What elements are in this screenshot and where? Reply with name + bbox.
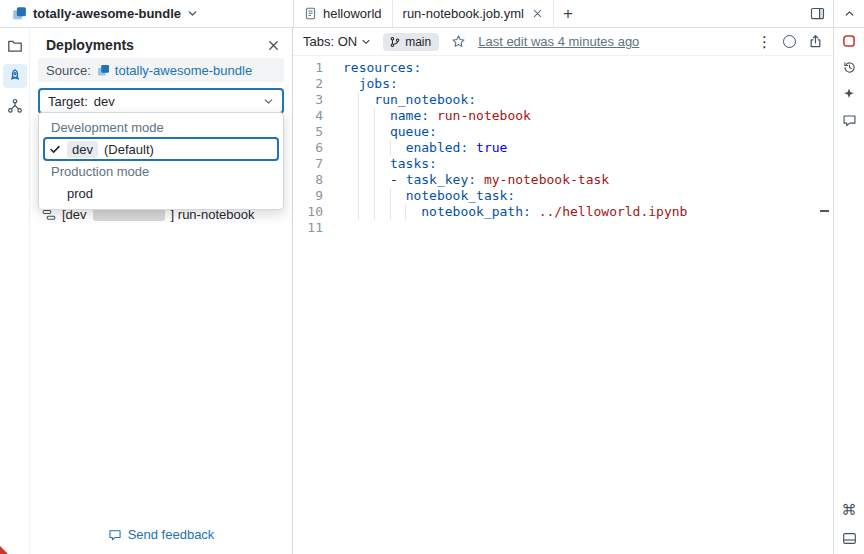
line-number: 11 xyxy=(293,220,323,236)
panel-title: Deployments xyxy=(46,37,134,53)
dropdown-group-label: Development mode xyxy=(39,117,283,137)
line-number: 8 xyxy=(293,172,323,188)
target-value: dev xyxy=(94,94,115,109)
line-number: 3 xyxy=(293,92,323,108)
feedback-bubble-icon xyxy=(108,528,122,542)
bottom-panel-icon[interactable] xyxy=(842,531,857,546)
dropdown-option-prod[interactable]: prod xyxy=(43,181,279,205)
command-palette-icon[interactable]: ⌘ xyxy=(842,501,857,519)
source-bundle-link[interactable]: totally-awesome-bundle xyxy=(97,63,252,78)
line-number: 1 xyxy=(293,60,323,76)
check-icon xyxy=(49,143,67,155)
tab-label: helloworld xyxy=(323,6,382,21)
star-icon[interactable] xyxy=(451,34,466,49)
code-content: resources: jobs: run_notebook: name: run… xyxy=(343,60,687,236)
code-line: queue: xyxy=(343,124,687,140)
last-edit-link[interactable]: Last edit was 4 minutes ago xyxy=(478,34,639,49)
tabs-toggle-button[interactable]: Tabs: ON xyxy=(303,34,371,49)
git-branch-badge[interactable]: main xyxy=(383,33,439,51)
code-line: name: run-notebook xyxy=(343,108,687,124)
dropdown-group-label: Production mode xyxy=(39,161,283,181)
topbar-actions xyxy=(795,0,833,27)
tab-run-notebook-job-yml[interactable]: run-notebook.job.yml xyxy=(393,0,554,27)
option-suffix: (Default) xyxy=(104,142,154,157)
send-feedback-link[interactable]: Send feedback xyxy=(30,527,292,542)
status-circle-icon[interactable] xyxy=(783,35,796,48)
line-number: 10 xyxy=(293,204,323,220)
line-number: 4 xyxy=(293,108,323,124)
alert-red-icon[interactable] xyxy=(842,34,856,48)
close-panel-icon[interactable] xyxy=(267,39,280,52)
history-icon[interactable] xyxy=(842,60,857,75)
chevron-down-icon xyxy=(187,8,198,19)
bundle-switcher[interactable]: totally-awesome-bundle xyxy=(0,0,294,27)
assistant-sparkle-icon[interactable] xyxy=(842,87,856,101)
toggle-panel-layout-icon[interactable] xyxy=(810,6,825,21)
editor-tab-bar: helloworld run-notebook.job.yml + xyxy=(294,0,795,27)
comments-icon[interactable] xyxy=(842,113,857,128)
tab-helloworld[interactable]: helloworld xyxy=(294,0,393,27)
code-line xyxy=(343,220,687,236)
deployments-rocket-icon[interactable] xyxy=(3,64,27,88)
resource-explorer-icon[interactable] xyxy=(3,94,27,118)
line-number: 7 xyxy=(293,156,323,172)
deployments-panel: Deployments Source: totally-awesome-bund… xyxy=(30,28,293,554)
code-line: jobs: xyxy=(343,76,687,92)
code-line: enabled: true xyxy=(343,140,687,156)
source-label: Source: xyxy=(46,63,91,78)
chevron-down-icon xyxy=(361,37,371,47)
feedback-label: Send feedback xyxy=(128,527,215,542)
bundle-name: totally-awesome-bundle xyxy=(33,6,181,21)
app-window: totally-awesome-bundle helloworld run-no… xyxy=(0,0,864,554)
bundle-icon xyxy=(12,6,27,21)
target-dropdown: Development mode dev (Default) Productio… xyxy=(38,112,284,210)
notebook-icon xyxy=(304,7,317,20)
source-bundle-name: totally-awesome-bundle xyxy=(115,63,252,78)
line-numbers: 1234567891011 xyxy=(293,60,329,554)
tab-label: run-notebook.job.yml xyxy=(403,6,524,21)
line-number: 9 xyxy=(293,188,323,204)
source-row: Source: totally-awesome-bundle xyxy=(38,58,284,82)
line-number: 2 xyxy=(293,76,323,92)
bundle-icon xyxy=(97,64,110,77)
right-sidebar: ⌘ xyxy=(833,28,864,554)
code-line: resources: xyxy=(343,60,687,76)
corner-notification-flag xyxy=(0,546,8,554)
git-branch-icon xyxy=(389,36,401,48)
main-area: Deployments Source: totally-awesome-bund… xyxy=(0,28,864,554)
tabs-toggle-label: Tabs: ON xyxy=(303,34,357,49)
new-tab-button[interactable]: + xyxy=(554,0,582,27)
code-line: notebook_task: xyxy=(343,188,687,204)
chevron-down-icon xyxy=(263,96,274,107)
line-number: 6 xyxy=(293,140,323,156)
files-folder-icon[interactable] xyxy=(3,34,27,58)
topbar-rail-cell xyxy=(833,0,864,27)
kebab-menu-icon[interactable]: ⋮ xyxy=(757,33,771,51)
code-editor[interactable]: 1234567891011 resources: jobs: run_noteb… xyxy=(293,56,833,554)
code-line: tasks: xyxy=(343,156,687,172)
top-bar: totally-awesome-bundle helloworld run-no… xyxy=(0,0,864,28)
collapse-up-icon[interactable] xyxy=(844,8,855,19)
close-tab-icon[interactable] xyxy=(532,8,543,19)
left-sidebar xyxy=(0,28,30,554)
line-number: 5 xyxy=(293,124,323,140)
option-value: dev xyxy=(67,141,98,158)
code-line: run_notebook: xyxy=(343,92,687,108)
editor-pane: Tabs: ON main Last edit was 4 minutes ag… xyxy=(293,28,833,554)
target-select[interactable]: Target: dev xyxy=(38,88,284,114)
overview-cursor-mark xyxy=(820,210,829,212)
branch-name: main xyxy=(405,35,431,49)
code-line: - task_key: my-notebook-task xyxy=(343,172,687,188)
target-label: Target: xyxy=(48,94,88,109)
share-export-icon[interactable] xyxy=(808,34,823,49)
dropdown-option-dev[interactable]: dev (Default) xyxy=(43,137,279,161)
panel-header: Deployments xyxy=(30,28,292,58)
option-value: prod xyxy=(67,186,93,201)
editor-toolbar: Tabs: ON main Last edit was 4 minutes ag… xyxy=(293,28,833,56)
code-line: notebook_path: ../helloworld.ipynb xyxy=(343,204,687,220)
